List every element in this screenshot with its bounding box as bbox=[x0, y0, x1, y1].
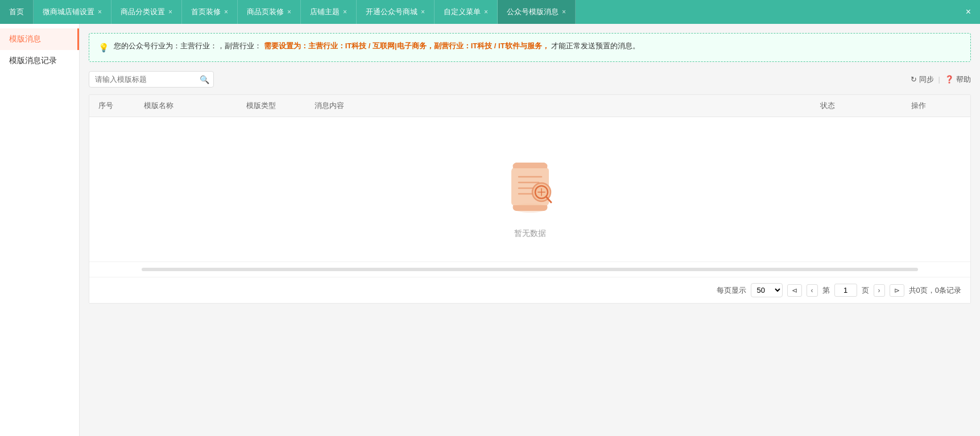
close-tab-weshop-settings[interactable]: × bbox=[98, 8, 102, 16]
bulb-icon: 💡 bbox=[98, 41, 109, 55]
help-button[interactable]: ❓ 帮助 bbox=[945, 74, 971, 85]
close-tab-product-decor[interactable]: × bbox=[287, 8, 291, 16]
sync-icon: ↻ bbox=[911, 75, 917, 84]
col-seq: 序号 bbox=[89, 101, 135, 111]
per-page-select[interactable]: 50 10 20 100 bbox=[751, 283, 783, 297]
sidebar-item-template-message[interactable]: 模版消息 bbox=[0, 28, 79, 50]
sync-button[interactable]: ↻ 同步 bbox=[911, 74, 934, 85]
search-input-wrap: 🔍 bbox=[89, 71, 214, 88]
empty-illustration bbox=[496, 151, 564, 219]
scrollbar-area[interactable] bbox=[89, 261, 970, 277]
notice-banner: 💡 您的公众号行业为：主营行业：，副营行业： 需要设置为：主营行业：IT科技 /… bbox=[89, 33, 971, 62]
close-all-tabs[interactable]: × bbox=[957, 7, 980, 17]
close-tab-open-wechat-shop[interactable]: × bbox=[421, 8, 425, 16]
col-action: 操作 bbox=[902, 101, 970, 111]
pagination: 每页显示 50 10 20 100 ⊲ ‹ 第 页 › ⊳ 共0页，0条记录 bbox=[89, 277, 970, 303]
search-bar: 🔍 ↻ 同步 | ❓ 帮助 bbox=[89, 71, 971, 88]
col-content: 消息内容 bbox=[305, 101, 811, 111]
data-table: 序号 模版名称 模版类型 消息内容 状态 操作 bbox=[89, 94, 971, 304]
col-name: 模版名称 bbox=[135, 101, 237, 111]
top-nav: 首页 微商城店铺设置 × 商品分类设置 × 首页装修 × 商品页装修 × 店铺主… bbox=[0, 0, 980, 24]
search-input[interactable] bbox=[89, 71, 214, 88]
main-layout: 模版消息 模版消息记录 💡 您的公众号行业为：主营行业：，副营行业： 需要设置为… bbox=[0, 24, 980, 436]
empty-text: 暂无数据 bbox=[514, 229, 546, 239]
prev-page-button[interactable]: ‹ bbox=[807, 284, 818, 297]
total-text: 共0页，0条记录 bbox=[909, 285, 961, 296]
per-page-label: 每页显示 bbox=[717, 285, 746, 296]
tab-shop-theme[interactable]: 店铺主题 × bbox=[301, 0, 357, 24]
close-tab-custom-menu[interactable]: × bbox=[484, 8, 488, 16]
tab-product-decor[interactable]: 商品页装修 × bbox=[238, 0, 301, 24]
sidebar: 模版消息 模版消息记录 bbox=[0, 24, 80, 436]
close-tab-wechat-template-msg[interactable]: × bbox=[562, 8, 566, 16]
page-suffix: 页 bbox=[862, 285, 869, 296]
right-actions: ↻ 同步 | ❓ 帮助 bbox=[911, 74, 971, 85]
next-page-button[interactable]: › bbox=[874, 284, 885, 297]
table-header: 序号 模版名称 模版类型 消息内容 状态 操作 bbox=[89, 95, 970, 117]
search-left: 🔍 bbox=[89, 71, 214, 88]
first-page-button[interactable]: ⊲ bbox=[787, 284, 802, 297]
tab-homepage-decor[interactable]: 首页装修 × bbox=[182, 0, 238, 24]
empty-state: 暂无数据 bbox=[89, 117, 970, 261]
tab-weshop-settings[interactable]: 微商城店铺设置 × bbox=[34, 0, 111, 24]
page-label: 第 bbox=[822, 285, 830, 296]
page-input[interactable] bbox=[834, 284, 857, 297]
close-tab-homepage-decor[interactable]: × bbox=[224, 8, 228, 16]
help-icon: ❓ bbox=[945, 75, 954, 84]
sidebar-item-template-message-log[interactable]: 模版消息记录 bbox=[0, 50, 79, 72]
close-tab-product-category[interactable]: × bbox=[168, 8, 172, 16]
close-tab-shop-theme[interactable]: × bbox=[343, 8, 347, 16]
tab-home[interactable]: 首页 bbox=[0, 0, 34, 24]
col-type: 模版类型 bbox=[237, 101, 305, 111]
horizontal-scrollbar[interactable] bbox=[142, 268, 918, 271]
last-page-button[interactable]: ⊳ bbox=[890, 284, 904, 297]
tab-custom-menu[interactable]: 自定义菜单 × bbox=[435, 0, 498, 24]
main-content: 💡 您的公众号行业为：主营行业：，副营行业： 需要设置为：主营行业：IT科技 /… bbox=[80, 24, 980, 436]
tab-open-wechat-shop[interactable]: 开通公众号商城 × bbox=[357, 0, 435, 24]
tab-wechat-template-msg[interactable]: 公众号模版消息 × bbox=[498, 0, 576, 24]
col-status: 状态 bbox=[811, 101, 902, 111]
tab-product-category[interactable]: 商品分类设置 × bbox=[111, 0, 182, 24]
divider: | bbox=[938, 75, 940, 84]
search-icon[interactable]: 🔍 bbox=[200, 75, 209, 84]
